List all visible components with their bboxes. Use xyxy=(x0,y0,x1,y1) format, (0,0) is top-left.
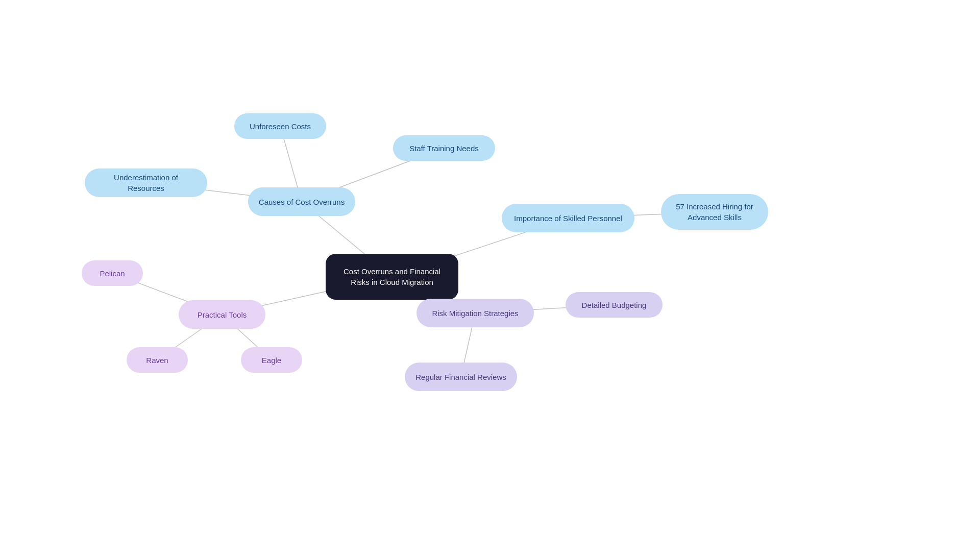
node-label-underestimation: Underestimation of Resources xyxy=(85,166,207,200)
node-detailedBudgeting[interactable]: Detailed Budgeting xyxy=(566,292,663,318)
node-label-importanceSkilled: Importance of Skilled Personnel xyxy=(504,207,632,230)
node-central[interactable]: Cost Overruns and Financial Risks in Clo… xyxy=(326,254,458,300)
node-pelican[interactable]: Pelican xyxy=(82,260,143,286)
node-importanceSkilled[interactable]: Importance of Skilled Personnel xyxy=(502,204,634,232)
node-label-detailedBudgeting: Detailed Budgeting xyxy=(572,294,657,317)
node-label-raven: Raven xyxy=(136,349,178,372)
node-label-staffTraining: Staff Training Needs xyxy=(399,137,489,160)
node-label-central: Cost Overruns and Financial Risks in Clo… xyxy=(326,260,458,294)
node-label-causes: Causes of Cost Overruns xyxy=(249,190,355,213)
node-increasedHiring[interactable]: 57 Increased Hiring for Advanced Skills xyxy=(661,194,768,230)
node-label-regularFinancial: Regular Financial Reviews xyxy=(405,366,517,389)
node-label-riskMitigation: Risk Mitigation Strategies xyxy=(422,302,528,325)
node-unforeseen[interactable]: Unforeseen Costs xyxy=(234,113,326,139)
node-label-pelican: Pelican xyxy=(89,262,135,285)
node-underestimation[interactable]: Underestimation of Resources xyxy=(85,169,207,197)
node-label-practicalTools: Practical Tools xyxy=(187,303,257,326)
node-eagle[interactable]: Eagle xyxy=(241,347,302,373)
node-label-unforeseen: Unforeseen Costs xyxy=(239,115,321,138)
node-raven[interactable]: Raven xyxy=(127,347,188,373)
node-label-eagle: Eagle xyxy=(252,349,291,372)
node-regularFinancial[interactable]: Regular Financial Reviews xyxy=(405,363,517,391)
node-riskMitigation[interactable]: Risk Mitigation Strategies xyxy=(416,299,534,327)
node-causes[interactable]: Causes of Cost Overruns xyxy=(248,187,355,216)
node-practicalTools[interactable]: Practical Tools xyxy=(179,300,265,329)
node-staffTraining[interactable]: Staff Training Needs xyxy=(393,135,495,161)
node-label-increasedHiring: 57 Increased Hiring for Advanced Skills xyxy=(661,195,768,229)
connection-lines xyxy=(0,0,980,553)
